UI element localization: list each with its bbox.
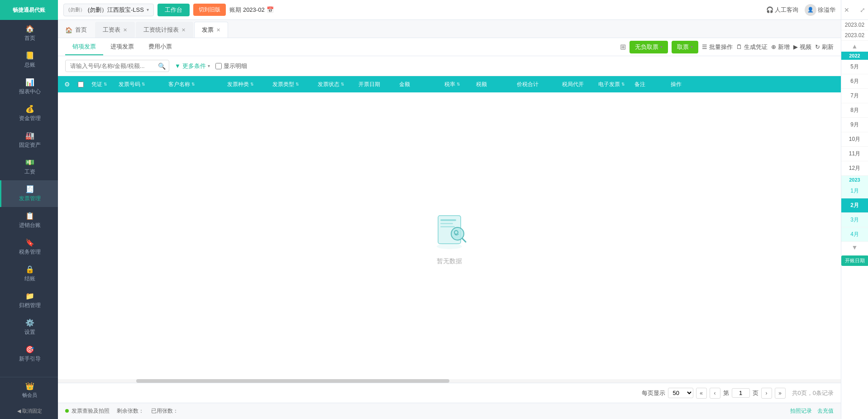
batch-op-button[interactable]: ☰ 批量操作 xyxy=(702,43,733,51)
refresh-button[interactable]: ↻ 刷新 xyxy=(815,43,834,51)
th-voucher: 凭证 ⇅ xyxy=(89,81,116,88)
no-deduct-button[interactable]: 无负取票 ▾ xyxy=(630,41,668,53)
select-all-checkbox[interactable] xyxy=(78,82,84,87)
tab-close-invoice[interactable]: ✕ xyxy=(216,27,220,33)
month-2022-8[interactable]: 8月 xyxy=(841,103,868,118)
sidebar-item-salary[interactable]: 💵 工资 xyxy=(0,154,58,180)
sort-invoice-no-icon[interactable]: ⇅ xyxy=(142,82,145,87)
period-info: 账期 2023-02 📅 xyxy=(229,6,274,14)
company-selector[interactable]: (勿删） (勿删）江西股宝-LSS ▾ xyxy=(63,4,154,16)
sidebar-item-assets[interactable]: 🏭 固定资产 xyxy=(0,127,58,154)
horizontal-scrollbar[interactable] xyxy=(58,379,841,383)
tab-home[interactable]: 🏠 首页 xyxy=(58,22,94,38)
sort-tax-rate-icon[interactable]: ⇅ xyxy=(457,82,460,87)
month-2022-7[interactable]: 7月 xyxy=(841,89,868,103)
th-customer: 客户名称 ⇅ xyxy=(166,81,224,88)
status-dot xyxy=(65,409,69,413)
month-2022-9[interactable]: 9月 xyxy=(841,118,868,132)
last-page-button[interactable]: » xyxy=(775,388,786,399)
sort-einvoice-icon[interactable]: ⇅ xyxy=(621,82,625,87)
sidebar-item-archive[interactable]: 📁 归档管理 xyxy=(0,287,58,314)
avatar-icon: 👤 xyxy=(807,7,814,13)
month-2022-10[interactable]: 10月 xyxy=(841,132,868,147)
month-2023-2[interactable]: 2月 xyxy=(841,198,868,213)
tabbar: 🏠 首页 工资表 ✕ 工资统计报表 ✕ 发票 ✕ xyxy=(58,20,841,38)
sidebar-item-tax[interactable]: 🔖 税务管理 xyxy=(0,234,58,260)
content-area: 销项发票 进项发票 费用小票 ⊞ 无负取票 ▾ 取票 ▾ ☰ xyxy=(58,38,841,419)
display-detail-toggle[interactable]: 显示明细 xyxy=(215,62,247,70)
empty-illustration xyxy=(427,207,472,252)
video-button[interactable]: ▶ 视频 xyxy=(793,43,811,51)
right-panel-expand-icon[interactable]: ⤢ xyxy=(860,6,865,14)
sidebar-item-member[interactable]: 👑 畅会员 xyxy=(0,377,58,403)
table-header: ⚙ 凭证 ⇅ 发票号码 ⇅ 客户名称 ⇅ 发票种类 ⇅ 发票类型 xyxy=(58,76,841,92)
scrollbar-thumb[interactable] xyxy=(136,379,449,383)
month-2022-11[interactable]: 11月 xyxy=(841,147,868,161)
display-detail-checkbox[interactable] xyxy=(215,63,222,69)
voucher-icon: 🗒 xyxy=(736,43,742,50)
month-2023-4[interactable]: 4月 xyxy=(841,227,868,242)
sidebar-item-guide[interactable]: 🎯 新手引导 xyxy=(0,341,58,367)
capital-icon: 💰 xyxy=(25,105,34,113)
close-accounts-icon: 🔒 xyxy=(25,265,34,274)
open-period-button[interactable]: 开账日期 xyxy=(841,255,868,266)
tab-salary[interactable]: 工资表 ✕ xyxy=(95,22,135,38)
right-panel-close-icon[interactable]: ✕ xyxy=(844,6,849,14)
tab-salary-stats[interactable]: 工资统计报表 ✕ xyxy=(136,22,193,38)
year-2022-label: 2022 xyxy=(841,52,868,60)
recharge-link[interactable]: 去充值 xyxy=(817,407,834,415)
sort-customer-icon[interactable]: ⇅ xyxy=(191,82,195,87)
sidebar-item-close[interactable]: 🔒 结账 xyxy=(0,260,58,287)
switch-version-button[interactable]: 切到旧版 xyxy=(193,4,226,16)
sort-voucher-icon[interactable]: ⇅ xyxy=(104,82,107,87)
page-size-select[interactable]: 50 100 200 xyxy=(668,388,693,398)
sort-category-icon[interactable]: ⇅ xyxy=(296,82,299,87)
unpin-button[interactable]: ◀ 取消固定 xyxy=(0,403,58,419)
more-filters-button[interactable]: ▼ 更多条件 ▾ xyxy=(175,62,210,70)
sub-tab-sales[interactable]: 销项发票 xyxy=(65,39,103,55)
calendar-icon[interactable]: 📅 xyxy=(267,6,274,13)
period-header-2[interactable]: 2023.02 xyxy=(841,30,868,41)
chevron-down-icon: ▾ xyxy=(147,7,149,12)
new-invoice-button[interactable]: ⊕ 新增 xyxy=(771,43,790,51)
period-header-1[interactable]: 2023.02 xyxy=(841,20,868,30)
month-2023-1[interactable]: 1月 xyxy=(841,184,868,198)
support-button[interactable]: 🎧 人工客询 xyxy=(766,6,798,14)
sub-tab-expense[interactable]: 费用小票 xyxy=(141,39,179,55)
th-open-date: 开票日期 xyxy=(356,81,396,88)
sub-tab-purchase[interactable]: 进项发票 xyxy=(103,39,141,55)
sidebar-item-capital[interactable]: 💰 资金管理 xyxy=(0,100,58,127)
generate-voucher-button[interactable]: 🗒 生成凭证 xyxy=(736,43,768,51)
sort-type-icon[interactable]: ⇅ xyxy=(250,82,254,87)
scroll-up-arrow[interactable]: ▲ xyxy=(841,41,868,52)
month-2023-3[interactable]: 3月 xyxy=(841,213,868,227)
sidebar-item-invoice-mgmt[interactable]: 🧾 发票管理 xyxy=(0,180,58,207)
sidebar-item-reports[interactable]: 📊 报表中心 xyxy=(0,73,58,100)
get-ticket-button[interactable]: 取票 ▾ xyxy=(672,41,698,53)
tab-close-salary-stats[interactable]: ✕ xyxy=(181,27,186,33)
sidebar-item-home[interactable]: 🏠 首页 xyxy=(0,20,58,47)
photo-record-link[interactable]: 拍照记录 xyxy=(790,407,812,415)
sidebar-item-settings[interactable]: ⚙️ 设置 xyxy=(0,314,58,341)
open-period-area: 开账日期 xyxy=(841,253,868,269)
sidebar-item-sales[interactable]: 📋 进销台账 xyxy=(0,207,58,234)
empty-text: 暂无数据 xyxy=(437,257,462,265)
month-2022-5[interactable]: 5月 xyxy=(841,60,868,74)
first-page-button[interactable]: « xyxy=(696,388,707,399)
search-input[interactable] xyxy=(65,60,169,72)
next-page-button[interactable]: › xyxy=(761,388,772,399)
page-number-input[interactable] xyxy=(732,388,750,398)
tab-close-salary[interactable]: ✕ xyxy=(123,27,127,33)
prev-page-button[interactable]: ‹ xyxy=(710,388,720,399)
sort-status-icon[interactable]: ⇅ xyxy=(341,82,344,87)
month-2022-6[interactable]: 6月 xyxy=(841,74,868,89)
user-menu[interactable]: 👤 徐溢华 xyxy=(805,4,835,16)
sidebar-item-general[interactable]: 📒 总账 xyxy=(0,47,58,73)
search-icon[interactable]: 🔍 xyxy=(158,63,166,70)
month-2022-12[interactable]: 12月 xyxy=(841,161,868,176)
workbench-button[interactable]: 工作台 xyxy=(157,4,190,16)
tab-invoice[interactable]: 发票 ✕ xyxy=(194,22,228,38)
column-settings-icon[interactable]: ⊞ xyxy=(620,43,626,51)
scroll-down-arrow[interactable]: ▼ xyxy=(841,242,868,253)
more-filters-chevron-icon: ▾ xyxy=(208,63,210,68)
